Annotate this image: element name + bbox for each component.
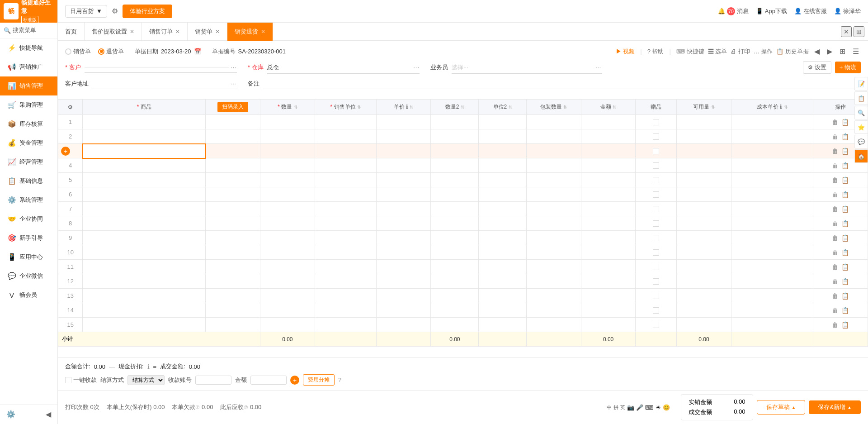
gift-checkbox[interactable] [653,148,659,154]
copy-row-button[interactable]: 📋 [840,262,850,272]
delete-row-button[interactable]: 🗑 [831,306,839,315]
sidebar-item-member[interactable]: V 畅会员 [0,286,57,305]
col-settings[interactable]: ⚙ [58,100,83,115]
toolbar-operation[interactable]: … 操作 [754,48,773,56]
save-new-button[interactable]: 保存&新增 ▲ [809,400,861,414]
product-cell[interactable] [83,187,206,202]
tab-sales-delivery[interactable]: 销货单 ✕ [188,23,227,41]
close-all-tabs-button[interactable]: ✕ [841,26,852,37]
product-cell[interactable] [83,158,206,173]
float-icon-3[interactable]: 🔍 [854,106,868,119]
search-menu-item[interactable]: 🔍 搜索菜单 [0,23,57,38]
float-icon-5[interactable]: 💬 [854,135,868,148]
tab-menu-button[interactable]: ⊞ [854,26,864,37]
grid-view-button[interactable]: ⊞ [838,46,847,57]
add-payment-button[interactable]: + [290,376,299,385]
calendar-icon[interactable]: 📅 [194,48,201,55]
sidebar-item-marketing[interactable]: 📢 营销推广 [0,57,57,76]
sidebar-item-purchase[interactable]: 🛒 采购管理 [0,95,57,114]
toolbar-shortcut[interactable]: ⌨ 快捷键 [676,48,704,56]
settlement-method-select[interactable]: 结算方式 [127,375,165,385]
sidebar-item-system[interactable]: ⚙️ 系统管理 [0,191,57,210]
app-download-button[interactable]: 📱 App下载 [756,7,787,15]
copy-row-button[interactable]: 📋 [840,277,850,286]
gift-checkbox[interactable] [653,322,659,328]
sidebar-item-basic[interactable]: 📋 基础信息 [0,172,57,191]
product-cell[interactable] [83,129,206,144]
payment-checkbox[interactable] [65,377,71,383]
save-draft-button[interactable]: 保存草稿 ▲ [757,400,806,414]
copy-row-button[interactable]: 📋 [840,248,850,257]
delete-row-button[interactable]: 🗑 [831,132,839,141]
toolbar-help[interactable]: ? 帮助 [647,48,664,56]
copy-row-button[interactable]: 📋 [840,132,850,141]
trial-button[interactable]: 体验行业方案 [123,5,172,18]
toolbar-video[interactable]: ▶ 视频 [616,48,635,56]
list-view-button[interactable]: ☰ [851,46,861,57]
product-cell[interactable] [83,202,206,216]
product-cell[interactable] [83,231,206,245]
sidebar-item-shortcut[interactable]: ⚡ 快捷导航 [0,38,57,57]
bank-account-input[interactable] [195,376,231,385]
gift-checkbox[interactable] [653,191,659,198]
delete-row-button[interactable]: 🗑 [831,219,839,228]
delete-row-button[interactable]: 🗑 [831,248,839,257]
customer-address-input[interactable]: ··· [92,78,237,89]
next-record-button[interactable]: ▶ [825,46,834,57]
copy-row-button[interactable]: 📋 [840,219,850,228]
copy-row-button[interactable]: 📋 [840,205,850,214]
copy-row-button[interactable]: 📋 [840,176,850,185]
copy-row-button[interactable]: 📋 [840,161,850,170]
amount-input[interactable] [250,376,287,385]
gift-checkbox[interactable] [653,235,659,241]
product-cell[interactable] [83,318,206,332]
copy-row-button[interactable]: 📋 [840,291,850,300]
product-cell[interactable] [83,216,206,231]
gift-checkbox[interactable] [653,264,659,270]
delete-row-button[interactable]: 🗑 [831,205,839,214]
sidebar-item-wechat[interactable]: 💬 企业微信 [0,267,57,286]
tab-sales-order[interactable]: 销售订单 ✕ [142,23,188,41]
gift-checkbox[interactable] [653,307,659,314]
product-input[interactable] [86,148,203,154]
gift-checkbox[interactable] [653,177,659,183]
delete-row-button[interactable]: 🗑 [831,190,839,199]
float-icon-4[interactable]: ⭐ [854,120,868,134]
add-row-button[interactable]: + [61,147,70,156]
delete-row-button[interactable]: 🗑 [831,118,839,127]
toolbar-select[interactable]: ☰ 选单 [708,48,727,56]
delete-row-button[interactable]: 🗑 [831,176,839,185]
sidebar-item-enterprise[interactable]: 🤝 企业协同 [0,210,57,229]
gift-checkbox[interactable] [653,249,659,256]
delete-row-button[interactable]: 🗑 [831,262,839,272]
sidebar-item-finance[interactable]: 💰 资金管理 [0,133,57,152]
copy-row-button[interactable]: 📋 [840,320,850,329]
remark-input[interactable] [263,78,861,89]
product-cell[interactable] [83,260,206,274]
product-cell[interactable] [83,289,206,303]
delete-row-button[interactable]: 🗑 [831,147,839,156]
scan-input-button[interactable]: 扫码录入 [217,102,248,112]
gift-checkbox[interactable] [653,293,659,299]
add-logistics-button[interactable]: + 物流 [835,62,861,73]
tab-close-sales-return[interactable]: ✕ [261,29,265,35]
tab-close-price-settings[interactable]: ✕ [130,29,134,35]
one-click-payment-checkbox[interactable]: 一键收款 [65,376,97,384]
tab-home[interactable]: 首页 [58,23,85,41]
float-icon-6[interactable]: 🏠 [854,149,868,163]
industry-select[interactable]: 日用百货 ▼ [65,5,107,18]
sidebar-item-operation[interactable]: 📈 经营管理 [0,152,57,172]
delete-row-button[interactable]: 🗑 [831,233,839,243]
cash-discount-info[interactable]: ℹ [147,363,150,370]
product-cell[interactable] [83,303,206,318]
radio-sales[interactable]: 销货单 [65,48,91,56]
add-row-cell[interactable]: + [58,144,83,158]
sidebar-collapse-button[interactable]: ◀ [44,409,53,419]
gift-checkbox[interactable] [653,162,659,169]
sidebar-settings-button[interactable]: ⚙️ [5,409,17,419]
float-icon-1[interactable]: 📝 [854,77,868,91]
toolbar-print[interactable]: 🖨 打印 [731,48,750,56]
tab-close-sales-order[interactable]: ✕ [175,29,180,35]
tab-sales-return[interactable]: 销货退货 ✕ [227,23,273,41]
gift-checkbox[interactable] [653,119,659,125]
